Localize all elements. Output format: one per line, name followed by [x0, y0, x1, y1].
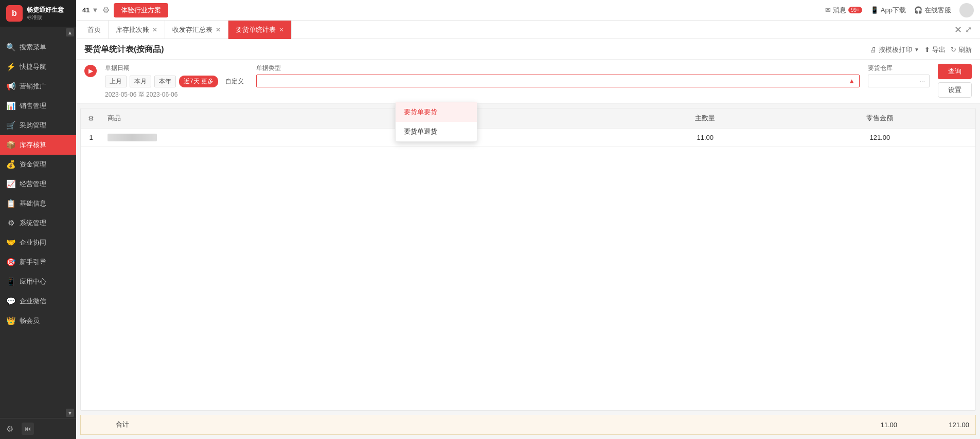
- tab-label-2: 收发存汇总表: [172, 25, 212, 34]
- expand-tabs-button[interactable]: ⤢: [965, 25, 972, 34]
- sidebar-item-基础信息[interactable]: 📋基础信息: [0, 194, 76, 213]
- export-icon: ⬆: [924, 46, 930, 53]
- sidebar-icon-4: 🛒: [6, 121, 15, 130]
- warehouse-more-icon: ···: [919, 77, 925, 85]
- sidebar-icon-3: 📊: [6, 101, 15, 111]
- topbar-right: ✉ 消息 99+ 📱 App下载 🎧 在线客服: [825, 3, 974, 17]
- type-filter-chevron-up-icon: ▲: [848, 77, 855, 85]
- logo-icon: b: [6, 5, 23, 22]
- refresh-button[interactable]: ↻ 刷新: [951, 45, 972, 54]
- sidebar-icon-0: 🔍: [6, 43, 15, 52]
- sidebar-item-营销推广[interactable]: 📢营销推广: [0, 77, 76, 96]
- dropdown-item-0[interactable]: 要货单要货: [396, 102, 477, 122]
- export-button[interactable]: ⬆ 导出: [924, 45, 946, 54]
- goods-blurred-0: ██████ ████: [108, 134, 157, 141]
- date-option-近7天[interactable]: 近7天 更多: [179, 76, 218, 87]
- date-option-本年[interactable]: 本年: [154, 76, 176, 87]
- warehouse-filter-input[interactable]: ···: [868, 75, 930, 87]
- sidebar-item-经营管理[interactable]: 📈经营管理: [0, 174, 76, 194]
- tab-收发存汇总表[interactable]: 收发存汇总表✕: [165, 21, 228, 39]
- sidebar-footer: ⚙ ⏮: [0, 418, 76, 439]
- page-header: 要货单统计表(按商品) 🖨 按模板打印 ▼ ⬆ 导出 ↻ 刷新: [76, 39, 980, 60]
- tab-库存批次账[interactable]: 库存批次账✕: [109, 21, 165, 39]
- topbar: 41 ▼ ⚙ 体验行业方案 ✉ 消息 99+ 📱 App下载 🎧 在线客服: [76, 0, 980, 21]
- table-footer: 合计 11.00 121.00: [80, 415, 976, 435]
- dropdown-item-1[interactable]: 要货单退货: [396, 122, 477, 141]
- close-all-tabs-button[interactable]: ✕: [954, 24, 962, 35]
- date-range-display: 2023-05-06 至 2023-06-06: [105, 90, 248, 99]
- tab-要货单统计表[interactable]: 要货单统计表✕: [228, 21, 292, 39]
- user-avatar[interactable]: [959, 3, 974, 17]
- sidebar-item-采购管理[interactable]: 🛒采购管理: [0, 116, 76, 135]
- print-button[interactable]: 🖨 按模板打印 ▼: [870, 45, 919, 54]
- tab-close-3[interactable]: ✕: [279, 26, 284, 33]
- date-option-本月[interactable]: 本月: [130, 76, 151, 87]
- sidebar-item-搜索菜单[interactable]: 🔍搜索菜单: [0, 38, 76, 57]
- messages-button[interactable]: ✉ 消息 99+: [825, 6, 862, 15]
- amount-column-header: 零售金额: [785, 108, 975, 129]
- sidebar-icon-5: 📦: [6, 140, 15, 150]
- sidebar-icon-14: 👑: [6, 316, 15, 325]
- trial-button[interactable]: 体验行业方案: [114, 3, 168, 17]
- page-title: 要货单统计表(按商品): [84, 44, 164, 55]
- sidebar-item-畅会员[interactable]: 👑畅会员: [0, 311, 76, 331]
- sidebar-item-新手引导[interactable]: 🎯新手引导: [0, 252, 76, 272]
- sidebar-item-企业微信[interactable]: 💬企业微信: [0, 291, 76, 311]
- sidebar-icon-13: 💬: [6, 297, 15, 306]
- sidebar-label-9: 系统管理: [20, 218, 46, 228]
- logo-text: 畅捷通好生意 标准版: [27, 6, 64, 22]
- qty-column-header: 主数量: [626, 108, 785, 129]
- store-number: 41: [82, 6, 90, 14]
- topbar-gear-icon[interactable]: ⚙: [102, 5, 110, 15]
- query-button[interactable]: 查询: [938, 64, 972, 79]
- sidebar-label-14: 畅会员: [20, 316, 40, 325]
- footer-total-qty: 11.00: [835, 421, 897, 429]
- sidebar-label-0: 搜索菜单: [20, 43, 46, 52]
- type-filter-input[interactable]: ▲: [256, 75, 860, 87]
- settings-icon[interactable]: ⚙: [6, 424, 13, 434]
- export-label: 导出: [932, 45, 946, 54]
- tab-close-2[interactable]: ✕: [216, 26, 221, 33]
- online-service-label: 在线客服: [924, 6, 951, 15]
- filter-expand-button[interactable]: ▶: [84, 65, 97, 77]
- footer-total-label: 合计: [87, 420, 241, 429]
- app-download-button[interactable]: 📱 App下载: [870, 6, 906, 15]
- message-icon: ✉: [825, 6, 831, 14]
- refresh-icon: ↻: [951, 46, 956, 53]
- sidebar-item-资金管理[interactable]: 💰资金管理: [0, 155, 76, 174]
- tab-首页[interactable]: 首页: [80, 21, 109, 39]
- sidebar-scroll-down[interactable]: ▼: [66, 409, 74, 417]
- data-table-area: ⚙ 商品 主计量单位 主数量 零售金额 1 ██████ ████ 块 11.0…: [80, 108, 976, 411]
- online-service-button[interactable]: 🎧 在线客服: [914, 6, 951, 15]
- sidebar-scroll-up[interactable]: ▲: [66, 28, 74, 36]
- date-option-上月[interactable]: 上月: [105, 76, 127, 87]
- sidebar-label-2: 营销推广: [20, 82, 46, 91]
- sidebar-item-系统管理[interactable]: ⚙系统管理: [0, 213, 76, 233]
- settings-column-header[interactable]: ⚙: [81, 108, 101, 129]
- date-options-row: 上月本月本年近7天 更多自定义: [105, 76, 248, 87]
- sidebar-item-应用中心[interactable]: 📱应用中心: [0, 272, 76, 291]
- sidebar-label-8: 基础信息: [20, 199, 46, 208]
- filter-actions: 查询 设置: [938, 64, 972, 98]
- sidebar-collapse-btn[interactable]: ⏮: [22, 423, 34, 435]
- date-option-自定义[interactable]: 自定义: [221, 76, 248, 87]
- tab-close-1[interactable]: ✕: [152, 26, 157, 33]
- total-label: 合计: [116, 420, 129, 428]
- type-dropdown-menu: 要货单要货要货单退货: [395, 102, 477, 142]
- sidebar: b 畅捷通好生意 标准版 ▲ 🔍搜索菜单⚡快捷导航📢营销推广📊销售管理🛒采购管理…: [0, 0, 76, 439]
- store-dropdown-icon[interactable]: ▼: [92, 6, 98, 14]
- sidebar-icon-7: 📈: [6, 179, 15, 189]
- sidebar-label-7: 经营管理: [20, 179, 46, 189]
- sidebar-item-销售管理[interactable]: 📊销售管理: [0, 96, 76, 116]
- row-index-0: 1: [81, 129, 101, 147]
- topbar-left: 41 ▼ ⚙ 体验行业方案: [82, 3, 168, 17]
- sidebar-item-库存核算[interactable]: 📦库存核算: [0, 135, 76, 155]
- data-table: ⚙ 商品 主计量单位 主数量 零售金额 1 ██████ ████ 块 11.0…: [81, 108, 975, 147]
- filter-setting-button[interactable]: 设置: [938, 82, 972, 98]
- refresh-label: 刷新: [958, 45, 972, 54]
- sidebar-icon-11: 🎯: [6, 258, 15, 267]
- sidebar-item-企业协同[interactable]: 🤝企业协同: [0, 233, 76, 252]
- goods-column-header: 商品: [101, 108, 402, 129]
- date-filter-label: 单据日期: [105, 64, 248, 72]
- sidebar-item-快捷导航[interactable]: ⚡快捷导航: [0, 57, 76, 77]
